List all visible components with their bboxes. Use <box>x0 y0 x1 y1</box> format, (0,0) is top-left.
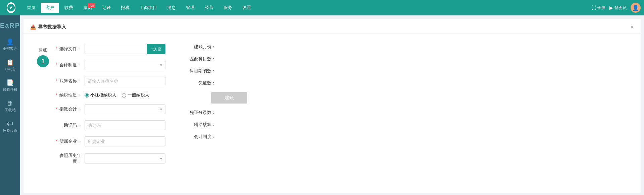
ledger-name-input[interactable] <box>85 76 165 86</box>
tax-general[interactable]: 一般纳税人 <box>122 92 149 98</box>
sidebar-item-zero-report[interactable]: 📋 0申报 <box>0 56 20 75</box>
nav-item-client[interactable]: 客户 <box>41 3 59 13</box>
history-year-row: 参照历史年度： ▼ <box>54 152 165 165</box>
accounting-system-select-wrapper: ▼ <box>85 60 165 70</box>
file-label-text: 选择文件： <box>59 46 81 51</box>
panel-title: 📥 导爷数据导入 <box>30 24 66 30</box>
nav-item-tax[interactable]: 报税 <box>116 3 134 13</box>
nav-item-operation[interactable]: 经营 <box>200 3 218 13</box>
memo-row: 助记码： <box>54 120 165 130</box>
aux-accounting-label: 辅助核算： <box>186 122 216 128</box>
fullscreen-button[interactable]: ⛶ 全屏 <box>591 5 605 11</box>
sidebar-label-all-clients: 全部客户 <box>3 46 17 51</box>
ledger-name-label-text: 账簿名称： <box>59 78 81 83</box>
period-init-label: 科目期初数： <box>186 68 216 74</box>
sidebar: EaRP 👤 全部客户 📋 0申报 📑 账套迁移 🗑 回收站 🏷 标签设置 <box>0 15 20 195</box>
tax-small-scale[interactable]: 小规模纳税人 <box>85 92 116 98</box>
avatar[interactable]: 👤 <box>631 3 641 13</box>
build-month-row: 建账月份： <box>186 44 273 50</box>
step-circle: 1 <box>37 55 49 67</box>
voucher-count-label: 凭证数： <box>186 80 216 86</box>
company-label: * 所属企业： <box>54 138 81 144</box>
all-clients-icon: 👤 <box>6 39 14 45</box>
file-input-wrapper: +浏览 <box>85 44 165 54</box>
sidebar-item-migrate[interactable]: 📑 账套迁移 <box>0 76 20 95</box>
accountant-row: * 指派会计： ▼ <box>54 104 165 114</box>
company-input[interactable] <box>85 136 165 146</box>
voucher-entries-label: 凭证分录数： <box>186 110 216 116</box>
accounting-system2-row: 会计制度： <box>186 134 273 140</box>
accountant-label: * 指派会计： <box>54 106 81 112</box>
tax-type-radio-group: 小规模纳税人 一般纳税人 <box>85 92 149 98</box>
nav-item-accounting[interactable]: 记账 <box>97 3 115 13</box>
top-nav: 首页 客户 收费 票据 new 记账 报税 工商项目 消息 管理 经营 服务 设… <box>0 0 644 15</box>
brand-text: EaRP <box>0 19 20 34</box>
build-btn-wrapper: 建账 <box>186 92 273 104</box>
build-month-label: 建账月份： <box>186 44 216 50</box>
logo[interactable] <box>3 0 19 15</box>
vip-button[interactable]: ▶ 畅会员 <box>609 5 627 11</box>
browse-button[interactable]: +浏览 <box>147 44 165 54</box>
accounting-system-label: * 会计制度： <box>54 62 81 68</box>
sidebar-label-zero-report: 0申报 <box>5 67 15 72</box>
accounting-system-row: * 会计制度： ▼ <box>54 60 165 70</box>
zero-report-icon: 📋 <box>6 59 14 65</box>
tax-small-label: 小规模纳税人 <box>90 92 116 98</box>
step-label: 建账 <box>39 45 47 53</box>
nav-item-fee[interactable]: 收费 <box>60 3 78 13</box>
nav-item-settings[interactable]: 设置 <box>238 3 256 13</box>
required-star5: * <box>56 107 57 112</box>
company-label-text: 所属企业： <box>59 139 81 144</box>
sidebar-item-tags[interactable]: 🏷 标签设置 <box>0 117 20 136</box>
memo-input[interactable] <box>85 120 165 130</box>
nav-item-ticket[interactable]: 票据 new <box>79 3 97 13</box>
nav-item-service[interactable]: 服务 <box>219 3 237 13</box>
step-section: 建账 1 * 选择文件： +浏览 <box>37 44 165 171</box>
panel-header: 📥 导爷数据导入 × <box>23 19 641 34</box>
left-form: * 选择文件： +浏览 * 会计制度： <box>54 44 165 171</box>
sidebar-item-all-clients[interactable]: 👤 全部客户 <box>0 36 20 55</box>
required-star3: * <box>56 78 57 83</box>
import-icon: 📥 <box>30 24 36 30</box>
accountant-label-text: 指派会计： <box>59 107 81 112</box>
file-input[interactable] <box>85 44 147 54</box>
nav-item-manage[interactable]: 管理 <box>181 3 199 13</box>
new-badge: new <box>88 3 95 8</box>
close-button[interactable]: × <box>630 24 634 30</box>
sidebar-label-recycle: 回收站 <box>5 108 16 113</box>
content-area: 📥 导爷数据导入 × 建账 1 <box>20 15 644 195</box>
tax-type-label: * 纳税性质： <box>54 92 81 98</box>
nav-item-business[interactable]: 工商项目 <box>135 3 162 13</box>
history-year-select-wrapper: ▼ <box>85 153 165 164</box>
build-button[interactable]: 建账 <box>211 92 247 104</box>
file-label: * 选择文件： <box>54 46 81 52</box>
history-year-select[interactable] <box>85 153 165 164</box>
accountant-select[interactable] <box>85 104 165 114</box>
match-subjects-label: 匹配科目数： <box>186 56 216 62</box>
nav-item-message[interactable]: 消息 <box>162 3 181 13</box>
required-star6: * <box>56 139 57 144</box>
nav-item-home[interactable]: 首页 <box>22 3 40 13</box>
tags-icon: 🏷 <box>7 121 13 127</box>
sidebar-item-recycle[interactable]: 🗑 回收站 <box>0 97 20 116</box>
history-year-label-text: 参照历史年度： <box>59 153 81 164</box>
company-row: * 所属企业： <box>54 136 165 146</box>
accounting-system-label-text: 会计制度： <box>59 62 81 67</box>
import-panel: 📥 导爷数据导入 × 建账 1 <box>23 19 641 193</box>
sidebar-label-migrate: 账套迁移 <box>3 87 17 92</box>
tax-general-radio[interactable] <box>122 93 126 97</box>
memo-label-text: 助记码： <box>64 123 81 128</box>
voucher-count-row: 凭证数： <box>186 80 273 86</box>
fullscreen-icon: ⛶ <box>591 5 596 10</box>
voucher-entries-row: 凭证分录数： <box>186 110 273 116</box>
accounting-system-select[interactable] <box>85 60 165 70</box>
period-init-row: 科目期初数： <box>186 68 273 74</box>
sidebar-label-tags: 标签设置 <box>3 128 17 133</box>
tax-type-row: * 纳税性质： 小规模纳税人 一般纳税人 <box>54 92 165 98</box>
tax-small-radio[interactable] <box>85 93 89 97</box>
file-row: * 选择文件： +浏览 <box>54 44 165 54</box>
memo-label: 助记码： <box>54 122 81 128</box>
history-year-label: 参照历史年度： <box>54 152 81 165</box>
form-area: 建账 1 * 选择文件： +浏览 <box>23 34 641 181</box>
required-star: * <box>56 46 57 51</box>
